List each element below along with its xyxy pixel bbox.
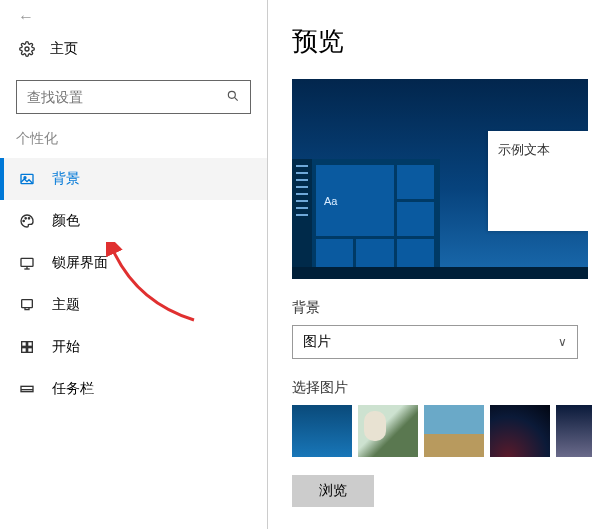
svg-rect-8 bbox=[21, 258, 33, 266]
gear-icon bbox=[18, 41, 36, 57]
svg-line-2 bbox=[234, 97, 237, 100]
sidebar-item-label: 任务栏 bbox=[52, 380, 94, 398]
brush-icon bbox=[18, 297, 36, 313]
sidebar-item-label: 开始 bbox=[52, 338, 80, 356]
grid-icon bbox=[18, 339, 36, 355]
taskbar-icon bbox=[18, 381, 36, 397]
svg-point-0 bbox=[25, 47, 29, 51]
svg-point-7 bbox=[28, 218, 29, 219]
palette-icon bbox=[18, 213, 36, 229]
aa-tile: Aa bbox=[316, 165, 394, 236]
preview-thumbnail: Aa 示例文本 bbox=[292, 79, 588, 279]
sidebar-item-label: 主题 bbox=[52, 296, 80, 314]
sidebar-item-colors[interactable]: 颜色 bbox=[0, 200, 267, 242]
sidebar-item-label: 颜色 bbox=[52, 212, 80, 230]
page-title: 预览 bbox=[292, 24, 599, 59]
sidebar-item-label: 锁屏界面 bbox=[52, 254, 108, 272]
picture-thumbnails bbox=[292, 405, 592, 461]
search-input[interactable] bbox=[27, 89, 226, 105]
svg-point-5 bbox=[23, 220, 24, 221]
sidebar: ← 主页 个性化 背景 颜色 bbox=[0, 0, 268, 529]
sidebar-item-lockscreen[interactable]: 锁屏界面 bbox=[0, 242, 267, 284]
sidebar-item-taskbar[interactable]: 任务栏 bbox=[0, 368, 267, 410]
sample-window: 示例文本 bbox=[488, 131, 588, 231]
svg-rect-12 bbox=[22, 342, 27, 347]
main-content: 预览 Aa 示例文本 bbox=[268, 0, 599, 529]
picture-thumb[interactable] bbox=[292, 405, 352, 457]
picture-thumb[interactable] bbox=[424, 405, 484, 457]
back-button[interactable]: ← bbox=[0, 4, 267, 32]
svg-rect-15 bbox=[28, 348, 33, 353]
picture-thumb[interactable] bbox=[556, 405, 592, 457]
picture-thumb[interactable] bbox=[490, 405, 550, 457]
picture-icon bbox=[18, 171, 36, 187]
sidebar-item-background[interactable]: 背景 bbox=[0, 158, 267, 200]
category-label: 个性化 bbox=[0, 128, 267, 158]
search-input-wrap[interactable] bbox=[16, 80, 251, 114]
svg-point-6 bbox=[25, 218, 26, 219]
svg-point-1 bbox=[228, 91, 235, 98]
home-link[interactable]: 主页 bbox=[0, 32, 267, 66]
background-type-dropdown[interactable]: 图片 ∨ bbox=[292, 325, 578, 359]
svg-rect-11 bbox=[22, 300, 33, 308]
chevron-down-icon: ∨ bbox=[558, 335, 567, 349]
svg-rect-14 bbox=[22, 348, 27, 353]
dropdown-value: 图片 bbox=[303, 333, 331, 351]
search-icon bbox=[226, 89, 240, 106]
home-label: 主页 bbox=[50, 40, 78, 58]
picture-thumb[interactable] bbox=[358, 405, 418, 457]
sample-text: 示例文本 bbox=[498, 142, 550, 157]
sidebar-item-label: 背景 bbox=[52, 170, 80, 188]
monitor-icon bbox=[18, 255, 36, 271]
browse-button[interactable]: 浏览 bbox=[292, 475, 374, 507]
svg-rect-13 bbox=[28, 342, 33, 347]
sidebar-item-start[interactable]: 开始 bbox=[0, 326, 267, 368]
choose-picture-label: 选择图片 bbox=[292, 379, 599, 397]
sidebar-item-themes[interactable]: 主题 bbox=[0, 284, 267, 326]
bg-label: 背景 bbox=[292, 299, 599, 317]
